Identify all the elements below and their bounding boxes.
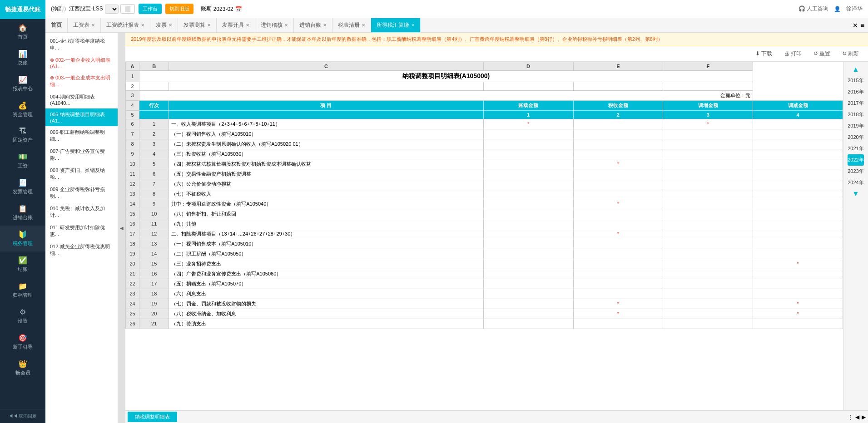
left-panel-item[interactable]: 004-期间费用明细表(A1040... bbox=[45, 91, 118, 108]
sidebar-item-发票管理[interactable]: 🧾发票管理 bbox=[0, 174, 45, 200]
year-item-2024年[interactable]: 2024年 bbox=[848, 177, 863, 188]
tab-label: 首页 bbox=[51, 21, 62, 29]
download-btn[interactable]: ⬇ 下载 bbox=[752, 49, 776, 59]
sidebar-item-结账[interactable]: ✅结账 bbox=[0, 251, 45, 277]
tab-工资表[interactable]: 工资表✕ bbox=[68, 18, 101, 32]
left-panel-item[interactable]: 010-免税、减计收入及加计... bbox=[45, 202, 118, 221]
tab-label: 所得税汇算缴 bbox=[377, 21, 409, 29]
tab-close[interactable]: ✕ bbox=[284, 23, 288, 28]
sidebar-item-首页[interactable]: 🏠首页 bbox=[0, 19, 45, 45]
sidebar-item-资金管理[interactable]: 💰资金管理 bbox=[0, 97, 45, 123]
year-item-2023年[interactable]: 2023年 bbox=[848, 166, 863, 177]
sidebar-item-畅会员[interactable]: 👑畅会员 bbox=[0, 355, 45, 381]
left-panel-item[interactable]: 005-纳税调整项目明细表(A1... bbox=[45, 108, 118, 126]
table-row: 127（六）公允价值变动净损益 bbox=[126, 179, 843, 189]
tab-close[interactable]: ✕ bbox=[411, 23, 415, 28]
tab-发票开具[interactable]: 发票开具✕ bbox=[217, 18, 255, 32]
sidebar-nav: 🏠首页📊总账📈报表中心💰资金管理🏗固定资产💵工资🧾发票管理📋进销台账🔰税务管理✅… bbox=[0, 19, 45, 409]
sidebar-icon: 💵 bbox=[18, 152, 27, 161]
sidebar-label: 归档管理 bbox=[13, 292, 33, 299]
copy-btn[interactable]: ⬜ bbox=[120, 4, 135, 14]
left-panel-item[interactable]: 006-职工薪酬纳税调整明细... bbox=[45, 126, 118, 145]
table-row: 72（一）视同销售收入（填写A105010） bbox=[126, 129, 843, 139]
table-row: 2318（六）利息支出 bbox=[126, 289, 843, 299]
year-item-2022年[interactable]: 2022年 bbox=[848, 154, 863, 166]
left-panel-item[interactable]: ⊗ 002-一般企业收入明细表(A1... bbox=[45, 54, 118, 72]
sidebar-item-进销台账[interactable]: 📋进销台账 bbox=[0, 200, 45, 226]
app-logo: 畅捷通易代账 bbox=[0, 0, 45, 19]
switch-old-btn[interactable]: 切到旧版 bbox=[165, 4, 193, 14]
tab-label: 工资表 bbox=[73, 21, 89, 29]
tab-close[interactable]: ✕ bbox=[169, 23, 172, 28]
left-item-label: 011-研发费用加计扣除优惠... bbox=[50, 224, 113, 238]
calendar-icon[interactable]: 📅 bbox=[235, 6, 242, 12]
tab-close[interactable]: ✕ bbox=[323, 23, 327, 28]
left-panel-item[interactable]: 011-研发费用加计扣除优惠... bbox=[45, 221, 118, 241]
tab-所得税汇算缴[interactable]: 所得税汇算缴✕ bbox=[371, 18, 421, 32]
refresh-btn[interactable]: ↻ 刷新 bbox=[838, 49, 863, 59]
spreadsheet-toolbar: ⬇ 下载 🖨 打印 ↺ 重置 ↻ 刷新 bbox=[125, 46, 868, 62]
sheet-menu-btn[interactable]: ⋮ bbox=[848, 414, 853, 420]
tab-label: 进销台账 bbox=[299, 21, 321, 29]
year-up-btn[interactable]: ▲ bbox=[851, 64, 861, 75]
table-row: 2 bbox=[126, 82, 843, 90]
content-area: 001-企业所得税年度纳税申...⊗ 002-一般企业收入明细表(A1...⊗ … bbox=[45, 33, 868, 423]
menu-btn[interactable]: ≡ bbox=[861, 22, 864, 29]
left-panel-item[interactable]: 012-减免企业所得税优惠明细... bbox=[45, 241, 118, 260]
sidebar-item-税务管理[interactable]: 🔰税务管理 bbox=[0, 226, 45, 251]
period-area: 账期 2023-02 📅 bbox=[201, 5, 242, 13]
tab-close[interactable]: ✕ bbox=[207, 23, 211, 28]
tab-工资统计报表[interactable]: 工资统计报表✕ bbox=[101, 18, 150, 32]
tab-进销稽核[interactable]: 进销稽核✕ bbox=[255, 18, 294, 32]
sidebar-item-设置[interactable]: ⚙设置 bbox=[0, 303, 45, 329]
sidebar-label: 总账 bbox=[18, 59, 28, 66]
print-btn[interactable]: 🖨 打印 bbox=[780, 49, 805, 59]
tab-发票测算[interactable]: 发票测算✕ bbox=[178, 18, 217, 32]
tab-税表清册[interactable]: 税表清册✕ bbox=[332, 18, 371, 32]
panel-toggle-btn[interactable]: ◀ bbox=[118, 33, 125, 423]
tab-close[interactable]: ✕ bbox=[141, 23, 144, 28]
left-item-label: 001-企业所得税年度纳税申... bbox=[50, 38, 113, 51]
left-panel-item[interactable]: ⊗ 003-一般企业成本支出明细... bbox=[45, 72, 118, 91]
tab-close[interactable]: ✕ bbox=[362, 23, 365, 28]
sidebar-item-工资[interactable]: 💵工资 bbox=[0, 148, 45, 174]
table-row: 1611（九）其他 bbox=[126, 219, 843, 229]
left-panel-item[interactable]: 009-企业所得税弥补亏损明... bbox=[45, 183, 118, 202]
year-item-2015年[interactable]: 2015年 bbox=[848, 75, 863, 86]
tab-首页[interactable]: 首页 bbox=[45, 18, 68, 32]
tab-进销台账[interactable]: 进销台账✕ bbox=[294, 18, 332, 32]
sidebar-item-归档管理[interactable]: 📁归档管理 bbox=[0, 277, 45, 303]
sidebar-unpin-btn[interactable]: ◀◀ 取消固定 bbox=[0, 409, 45, 423]
sidebar-item-新手引导[interactable]: 🎯新手引导 bbox=[0, 329, 45, 355]
sidebar-item-报表中心[interactable]: 📈报表中心 bbox=[0, 71, 45, 97]
year-item-2020年[interactable]: 2020年 bbox=[848, 132, 863, 143]
main-area: (物副）江西股宝-LSS ⬜ 工作台 切到旧版 账期 2023-02 📅 🎧 人… bbox=[45, 0, 868, 423]
scroll-left-btn[interactable]: ◀ bbox=[855, 414, 859, 420]
left-panel-item[interactable]: 008-资产折旧、摊销及纳税... bbox=[45, 164, 118, 183]
table-row: 61一、收入类调整项目（2+3+4+5+6+7+8+10+11）** bbox=[126, 119, 843, 129]
sidebar-item-总账[interactable]: 📊总账 bbox=[0, 45, 45, 71]
left-item-label: ⊗ 003-一般企业成本支出明细... bbox=[50, 74, 113, 88]
tab-close[interactable]: ✕ bbox=[91, 23, 95, 28]
sidebar-item-固定资产[interactable]: 🏗固定资产 bbox=[0, 123, 45, 148]
scroll-right-btn[interactable]: ▶ bbox=[862, 414, 866, 420]
work-table-btn[interactable]: 工作台 bbox=[139, 4, 162, 14]
close-all-btn[interactable]: ✕ bbox=[853, 22, 858, 29]
year-item-2017年[interactable]: 2017年 bbox=[848, 98, 863, 109]
year-item-2021年[interactable]: 2021年 bbox=[848, 143, 863, 154]
reset-btn[interactable]: ↺ 重置 bbox=[810, 49, 834, 59]
sidebar-icon: 🧾 bbox=[18, 178, 27, 187]
tab-close[interactable]: ✕ bbox=[246, 23, 249, 28]
table-row: 1914（二）职工薪酬（填写A105050） bbox=[126, 249, 843, 259]
year-item-2016年[interactable]: 2016年 bbox=[848, 86, 863, 98]
bottom-tab-main[interactable]: 纳税调整明细表 bbox=[128, 412, 177, 422]
company-dropdown[interactable] bbox=[105, 5, 119, 14]
support-btn[interactable]: 🎧 人工咨询 bbox=[799, 5, 828, 13]
year-item-2018年[interactable]: 2018年 bbox=[848, 109, 863, 120]
tab-发票[interactable]: 发票✕ bbox=[150, 18, 178, 32]
table-row: 2217（五）捐赠支出（填写A105070） bbox=[126, 279, 843, 289]
left-panel-item[interactable]: 007-广告费和业务宣传费附... bbox=[45, 145, 118, 164]
left-panel-item[interactable]: 001-企业所得税年度纳税申... bbox=[45, 35, 118, 54]
year-item-2019年[interactable]: 2019年 bbox=[848, 120, 863, 132]
year-down-btn[interactable]: ▼ bbox=[851, 188, 861, 199]
